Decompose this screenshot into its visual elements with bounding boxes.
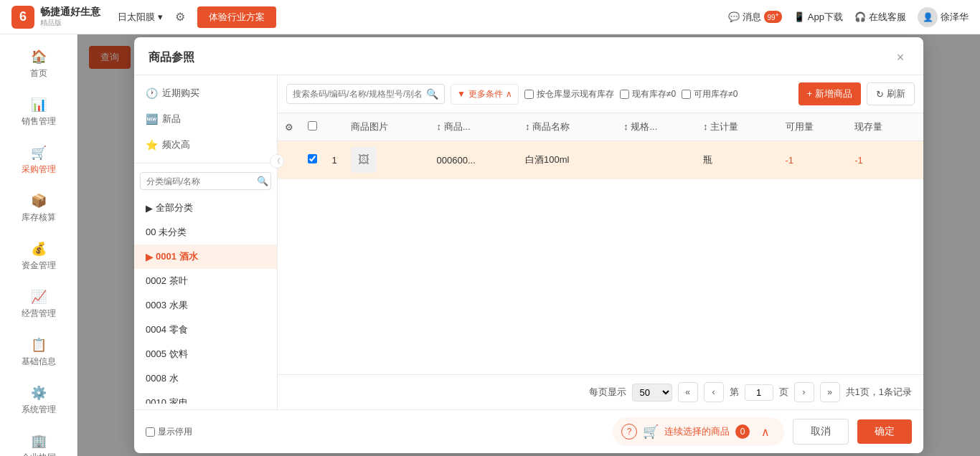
sidebar-label-basic: 基础信息 (22, 356, 56, 368)
category-0008[interactable]: 0008 水 (134, 366, 277, 391)
positive-stock-input[interactable] (620, 90, 629, 99)
tab-recent-label: 近期购买 (162, 87, 199, 100)
category-0001[interactable]: ▶ 0001 酒水 (134, 244, 277, 269)
user-avatar: 👤 (918, 7, 938, 27)
username-label: 徐泽华 (941, 11, 969, 24)
next-page-button[interactable]: › (794, 382, 814, 402)
row-code: 000600... (431, 141, 519, 179)
enterprise-icon: 🏢 (31, 433, 47, 449)
category-00[interactable]: 00 未分类 (134, 220, 277, 244)
category-0002[interactable]: 0002 茶叶 (134, 269, 277, 293)
by-warehouse-checkbox[interactable]: 按仓库显示现有库存 (524, 88, 614, 100)
category-0010-label: 0010 家电 (146, 396, 188, 404)
category-all[interactable]: ▶ 全部分类 (134, 196, 277, 220)
new-icon: 🆕 (146, 113, 158, 125)
product-search-box: 🔍 (286, 84, 445, 104)
app-download-item[interactable]: 📱 App下载 (793, 11, 843, 24)
category-search-icon[interactable]: 🔍 (257, 176, 268, 186)
category-0004[interactable]: 0004 零食 (134, 318, 277, 342)
product-search-input[interactable] (293, 89, 422, 99)
category-0005[interactable]: 0005 饮料 (134, 342, 277, 366)
per-page-select[interactable]: 50 20 100 200 (632, 384, 672, 402)
inventory-icon: 📦 (31, 193, 47, 209)
message-item[interactable]: 💬 消息 99+ (728, 11, 781, 24)
right-panel: 🔍 ▼ 更多条件 ∧ 按仓库显示现有库存 (278, 75, 923, 409)
show-disabled-checkbox[interactable]: 显示停用 (146, 426, 192, 438)
refresh-button[interactable]: ↻ 刷新 (867, 82, 915, 105)
sidebar-item-basic[interactable]: 📋 基础信息 (6, 330, 71, 375)
system-icon: ⚙️ (31, 385, 47, 401)
prev-page-button[interactable]: ‹ (704, 382, 724, 402)
footer-left: 显示停用 (146, 426, 192, 438)
last-page-button[interactable]: » (820, 382, 840, 402)
sales-icon: 📊 (31, 97, 47, 113)
settings-icon[interactable]: ⚙ (169, 6, 192, 29)
category-0003-label: 0003 水果 (146, 299, 188, 312)
nav-selector[interactable]: 日太阳膜 ▾ (112, 8, 169, 27)
positive-stock-checkbox[interactable]: 现有库存≠0 (620, 88, 676, 100)
sidebar-item-inventory[interactable]: 📦 库存核算 (6, 186, 71, 231)
category-list: ▶ 全部分类 00 未分类 ▶ 0001 酒水 0002 茶 (134, 193, 277, 404)
sidebar-label-finance: 资金管理 (22, 260, 56, 272)
category-0010[interactable]: 0010 家电 (134, 391, 277, 404)
edition-label: 精品版 (40, 18, 100, 28)
row-num: 1 (324, 141, 345, 179)
cart-count: 0 (735, 424, 750, 439)
filter-icon: ▼ (457, 89, 466, 99)
main-layout: 🏠 首页 📊 销售管理 🛒 采购管理 📦 库存核算 💰 资金管理 📈 经营管理 … (0, 34, 980, 456)
tab-recent-purchase[interactable]: 🕐 近期购买 (140, 81, 271, 105)
message-label: 消息 (743, 11, 761, 24)
nav-selector-label: 日太阳膜 (118, 11, 155, 24)
message-icon: 💬 (728, 11, 740, 22)
sidebar-label-purchase: 采购管理 (22, 163, 56, 176)
more-conditions-button[interactable]: ▼ 更多条件 ∧ (451, 84, 519, 105)
col-stock: 现存量 (849, 113, 923, 141)
row-checkbox[interactable] (308, 154, 317, 163)
col-code[interactable]: ↕ 商品... (431, 113, 519, 141)
table-row[interactable]: 1 🖼 000600... 白酒100ml (278, 141, 923, 179)
tab-frequent[interactable]: ⭐ 频次高 (140, 133, 271, 157)
sidebar-item-sales[interactable]: 📊 销售管理 (6, 90, 71, 135)
cart-icon: 🛒 (643, 424, 659, 440)
sidebar-item-business[interactable]: 📈 经营管理 (6, 282, 71, 327)
sidebar-item-system[interactable]: ⚙️ 系统管理 (6, 378, 71, 423)
modal-close-button[interactable]: × (892, 49, 909, 66)
category-search-input[interactable] (146, 176, 254, 186)
category-0003[interactable]: 0003 水果 (134, 293, 277, 318)
col-spec[interactable]: ↕ 规格... (618, 113, 697, 141)
select-all-checkbox[interactable] (308, 121, 317, 130)
col-unit[interactable]: ↕ 主计量 (697, 113, 780, 141)
left-panel: 🕐 近期购买 🆕 新品 ⭐ 频次高 (134, 75, 278, 409)
logo-area: 6 畅捷通好生意 精品版 (11, 6, 100, 29)
recent-icon: 🕐 (146, 87, 158, 99)
sidebar-item-enterprise[interactable]: 🏢 企业协同 (6, 426, 71, 456)
sidebar-item-home[interactable]: 🏠 首页 (6, 42, 71, 87)
product-search-icon[interactable]: 🔍 (426, 88, 438, 100)
brand-name: 畅捷通好生意 (40, 6, 100, 18)
sidebar-item-finance[interactable]: 💰 资金管理 (6, 234, 71, 279)
page-number-input[interactable] (745, 384, 773, 401)
user-item[interactable]: 👤 徐泽华 (918, 7, 969, 27)
help-icon[interactable]: ? (621, 424, 637, 440)
tab-new-label: 新品 (162, 113, 181, 125)
show-disabled-input[interactable] (146, 427, 155, 437)
col-settings[interactable]: ⚙ (278, 113, 301, 141)
trial-button[interactable]: 体验行业方案 (197, 6, 276, 28)
sidebar-item-purchase[interactable]: 🛒 采购管理 (6, 138, 71, 183)
page-suffix: 页 (779, 386, 788, 399)
row-checkbox-cell (301, 141, 324, 179)
left-panel-collapse-button[interactable]: 《 (270, 154, 284, 168)
available-stock-input[interactable] (682, 90, 691, 99)
col-name[interactable]: ↕ 商品名称 (519, 113, 618, 141)
by-warehouse-input[interactable] (524, 90, 534, 99)
available-stock-checkbox[interactable]: 可用库存≠0 (682, 88, 738, 100)
frequent-icon: ⭐ (146, 139, 158, 151)
confirm-button[interactable]: 确定 (857, 419, 912, 444)
footer-collapse-button[interactable]: ∧ (755, 422, 776, 442)
row-stock: -1 (849, 141, 923, 179)
add-product-button[interactable]: + 新增商品 (798, 82, 861, 105)
tab-new-products[interactable]: 🆕 新品 (140, 107, 271, 131)
online-service-item[interactable]: 🎧 在线客服 (854, 11, 906, 24)
cancel-button[interactable]: 取消 (793, 419, 849, 445)
first-page-button[interactable]: « (678, 382, 698, 402)
